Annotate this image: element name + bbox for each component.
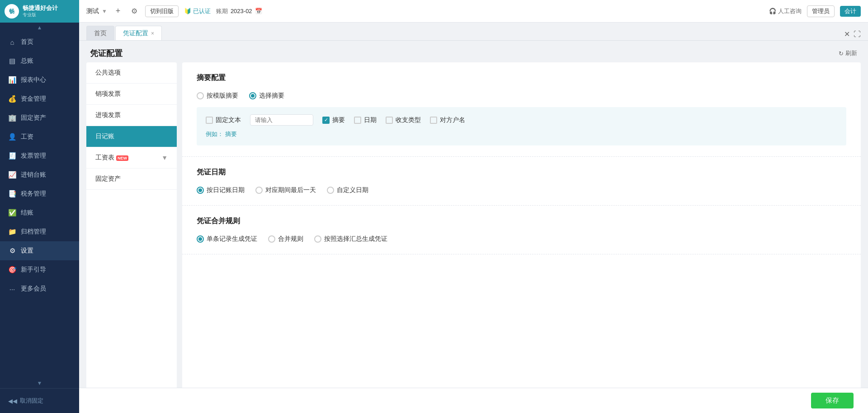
radio-period-last-label: 对应期间最后一天 — [265, 186, 316, 194]
page-header: 凭证配置 ↻ 刷新 — [79, 41, 868, 62]
sidebar-item-label: 固定资产 — [21, 114, 46, 122]
radio-period-last-circle — [255, 187, 263, 194]
consult-btn[interactable]: 🎧 人工咨询 — [769, 7, 802, 15]
example-text: 例如： 摘要 — [206, 130, 837, 138]
accountant-button[interactable]: 会计 — [840, 6, 861, 17]
sidebar-item-more[interactable]: ··· 更多会员 — [0, 279, 79, 298]
sidebar-nav: ⌂ 首页 ▤ 总账 📊 报表中心 💰 资金管理 🏢 固定资产 👤 工资 🧾 发票… — [0, 33, 79, 378]
cert-label: 已认证 — [193, 7, 211, 15]
sidebar-item-funds[interactable]: 💰 资金管理 — [0, 89, 79, 108]
left-menu: 公共选项 销项发票 进项发票 日记账 工资表NEW ▼ 固定资产 — [86, 62, 177, 413]
project-selector[interactable]: 测试 ▼ — [86, 7, 107, 15]
checkbox-counterpart[interactable]: 对方户名 — [430, 116, 465, 124]
radio-summary-generate-circle — [314, 235, 321, 243]
date-section: 凭证日期 按日记账日期 对应期间最后一天 自定义日期 — [182, 157, 861, 206]
radio-single-record[interactable]: 单条记录生成凭证 — [197, 235, 257, 243]
sidebar-item-guide[interactable]: 🎯 新手引导 — [0, 260, 79, 279]
radio-single-record-circle — [197, 235, 204, 243]
checkbox-summary[interactable]: 摘要 — [322, 116, 345, 124]
refresh-button[interactable]: ↻ 刷新 — [839, 49, 857, 57]
refresh-icon: ↻ — [839, 50, 844, 57]
radio-period-last[interactable]: 对应期间最后一天 — [255, 186, 316, 194]
sidebar: 畅 畅捷通好会计 专业版 ▲ ⌂ 首页 ▤ 总账 📊 报表中心 💰 资金管理 🏢… — [0, 0, 79, 413]
checkbox-fixed-text[interactable]: 固定文本 — [206, 116, 241, 124]
summary-title: 摘要配置 — [197, 73, 846, 83]
new-badge: NEW — [116, 155, 128, 161]
sidebar-item-settings[interactable]: ⚙ 设置 — [0, 241, 79, 260]
payroll-label: 工资表NEW — [95, 154, 128, 162]
report-icon: 📊 — [8, 76, 16, 84]
radio-custom-date[interactable]: 自定义日期 — [327, 186, 368, 194]
calendar-icon[interactable]: 📅 — [255, 8, 262, 14]
menu-item-fixed-assets[interactable]: 固定资产 — [86, 169, 177, 190]
radio-diary-date[interactable]: 按日记账日期 — [197, 186, 245, 194]
sidebar-item-close-period[interactable]: ✅ 结账 — [0, 203, 79, 222]
sidebar-item-label: 更多会员 — [21, 285, 46, 293]
consult-icon: 🎧 — [769, 8, 776, 14]
logo-icon: 畅 — [5, 4, 19, 19]
old-version-button[interactable]: 切到旧版 — [145, 5, 179, 17]
sidebar-scroll-up[interactable]: ▲ — [37, 24, 42, 31]
cancel-fixed-icon: ◀◀ — [8, 398, 17, 404]
admin-button[interactable]: 管理员 — [807, 5, 835, 17]
tab-close-icon[interactable]: × — [151, 30, 154, 37]
save-button[interactable]: 保存 — [811, 393, 854, 408]
sidebar-item-label: 归档管理 — [21, 228, 46, 236]
tabs-bar: 首页 凭证配置 × ✕ ⛶ — [79, 23, 868, 41]
sidebar-item-home[interactable]: ⌂ 首页 — [0, 33, 79, 52]
invoice-icon: 🧾 — [8, 152, 16, 160]
summary-radio-group: 按模版摘要 选择摘要 — [197, 92, 846, 100]
menu-item-diary[interactable]: 日记账 — [86, 126, 177, 147]
cancel-fixed-btn[interactable]: ◀◀ 取消固定 — [0, 393, 79, 408]
menu-item-public[interactable]: 公共选项 — [86, 62, 177, 84]
add-tab-btn[interactable]: + — [113, 6, 123, 17]
sidebar-item-salary[interactable]: 👤 工资 — [0, 127, 79, 146]
radio-select-summary-circle — [249, 92, 256, 99]
radio-template-summary[interactable]: 按模版摘要 — [197, 92, 238, 100]
archive-icon: 📁 — [8, 228, 16, 236]
fixed-text-checkbox — [206, 117, 213, 124]
sidebar-item-label: 报表中心 — [21, 76, 46, 84]
radio-template-summary-circle — [197, 92, 204, 99]
fixed-text-input[interactable] — [250, 114, 313, 126]
merge-radio-group: 单条记录生成凭证 合并规则 按照选择汇总生成凭证 — [197, 235, 846, 243]
merge-section: 凭证合并规则 单条记录生成凭证 合并规则 按照选择汇总生成凭证 — [182, 206, 861, 254]
sidebar-item-sales[interactable]: 📈 进销台账 — [0, 165, 79, 184]
cancel-fixed-label: 取消固定 — [20, 397, 43, 405]
sidebar-scroll-down[interactable]: ▼ — [37, 380, 42, 386]
radio-merge-rule-circle — [268, 235, 275, 243]
menu-item-sales-invoice[interactable]: 销项发票 — [86, 84, 177, 105]
date-title: 凭证日期 — [197, 168, 846, 177]
summary-checkbox-area: 固定文本 摘要 日期 收支类型 — [197, 107, 846, 145]
radio-select-summary[interactable]: 选择摘要 — [249, 92, 284, 100]
sidebar-item-report[interactable]: 📊 报表中心 — [0, 70, 79, 89]
sidebar-item-label: 首页 — [21, 38, 33, 46]
sidebar-item-label: 新手引导 — [21, 266, 46, 274]
sidebar-item-archive[interactable]: 📁 归档管理 — [0, 222, 79, 241]
summary-checkbox — [322, 117, 330, 124]
checkbox-date[interactable]: 日期 — [354, 116, 377, 124]
sidebar-item-invoice[interactable]: 🧾 发票管理 — [0, 146, 79, 165]
page-title: 凭证配置 — [90, 48, 123, 59]
tabs-close-icon[interactable]: ✕ — [844, 30, 850, 38]
sidebar-item-ledger[interactable]: ▤ 总账 — [0, 52, 79, 70]
period-value: 2023-02 — [231, 8, 252, 14]
sidebar-item-assets[interactable]: 🏢 固定资产 — [0, 108, 79, 127]
period-label: 账期 — [216, 7, 228, 15]
tabs-expand-icon[interactable]: ⛶ — [854, 30, 861, 38]
tab-voucher-config[interactable]: 凭证配置 × — [115, 26, 162, 40]
content-wrapper: 公共选项 销项发票 进项发票 日记账 工资表NEW ▼ 固定资产 摘要配置 按模… — [79, 62, 868, 413]
menu-item-purchase-invoice[interactable]: 进项发票 — [86, 105, 177, 126]
checkbox-payment-type[interactable]: 收支类型 — [386, 116, 421, 124]
radio-template-summary-label: 按模版摘要 — [207, 92, 238, 100]
sidebar-item-tax[interactable]: 📑 税务管理 — [0, 184, 79, 203]
sidebar-item-label: 发票管理 — [21, 152, 46, 160]
radio-merge-rule[interactable]: 合并规则 — [268, 235, 303, 243]
tab-home[interactable]: 首页 — [86, 26, 114, 40]
topbar: 测试 ▼ + ⚙ 切到旧版 🔰 已认证 账期 2023-02 📅 🎧 人工咨询 … — [79, 0, 868, 23]
radio-summary-generate[interactable]: 按照选择汇总生成凭证 — [314, 235, 387, 243]
menu-item-payroll[interactable]: 工资表NEW ▼ — [86, 147, 177, 169]
consult-label: 人工咨询 — [778, 7, 802, 15]
gear-btn[interactable]: ⚙ — [129, 6, 140, 17]
radio-diary-date-label: 按日记账日期 — [207, 186, 245, 194]
